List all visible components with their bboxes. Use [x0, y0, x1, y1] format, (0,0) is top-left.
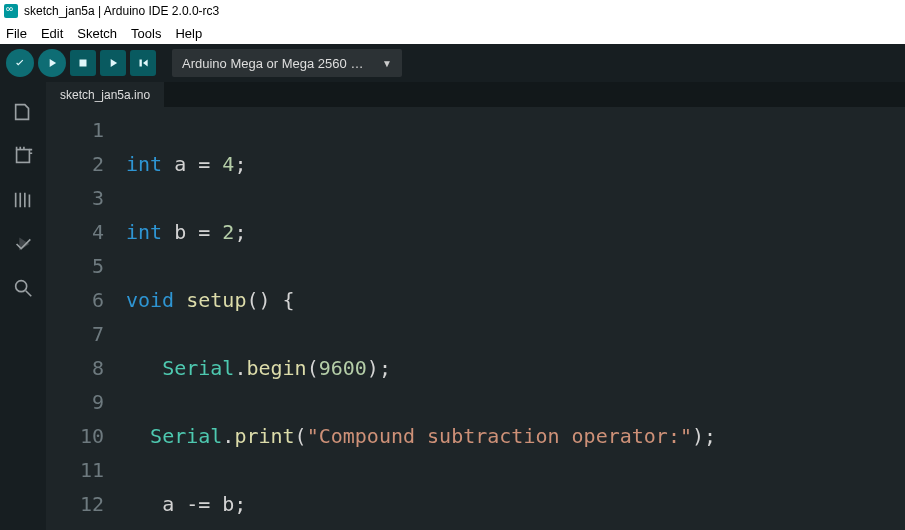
chevron-down-icon: ▼: [382, 58, 392, 69]
line-number: 4: [46, 215, 104, 249]
code-line: Serial.print("Compound subtraction opera…: [126, 419, 905, 453]
code-line: a -= b;: [126, 487, 905, 521]
debug-start-button[interactable]: [70, 50, 96, 76]
menu-tools[interactable]: Tools: [131, 26, 161, 41]
menu-file[interactable]: File: [6, 26, 27, 41]
svg-point-2: [16, 281, 27, 292]
code-line: void setup() {: [126, 283, 905, 317]
editor-tabs: sketch_jan5a.ino: [46, 82, 905, 107]
debug-step-button[interactable]: [130, 50, 156, 76]
board-selector[interactable]: Arduino Mega or Mega 2560 … ▼: [172, 49, 402, 77]
main-area: sketch_jan5a.ino 1 2 3 4 5 6 7 8 9 10 11…: [0, 82, 905, 530]
line-number: 9: [46, 385, 104, 419]
window-titlebar: sketch_jan5a | Arduino IDE 2.0.0-rc3: [0, 0, 905, 22]
line-number: 11: [46, 453, 104, 487]
code-editor[interactable]: 1 2 3 4 5 6 7 8 9 10 11 12 int a = 4; in…: [46, 107, 905, 530]
svg-rect-1: [17, 150, 30, 163]
svg-rect-0: [80, 60, 87, 67]
line-number: 2: [46, 147, 104, 181]
activity-bar: [0, 82, 46, 530]
line-number: 6: [46, 283, 104, 317]
menu-edit[interactable]: Edit: [41, 26, 63, 41]
code-line: int a = 4;: [126, 147, 905, 181]
board-selected-label: Arduino Mega or Mega 2560 …: [182, 56, 363, 71]
debug-icon[interactable]: [0, 222, 46, 266]
verify-button[interactable]: [6, 49, 34, 77]
editor-area: sketch_jan5a.ino 1 2 3 4 5 6 7 8 9 10 11…: [46, 82, 905, 530]
code-line: Serial.begin(9600);: [126, 351, 905, 385]
upload-button[interactable]: [38, 49, 66, 77]
menu-sketch[interactable]: Sketch: [77, 26, 117, 41]
debug-button[interactable]: [100, 50, 126, 76]
line-number: 3: [46, 181, 104, 215]
library-manager-icon[interactable]: [0, 178, 46, 222]
line-number: 12: [46, 487, 104, 521]
search-icon[interactable]: [0, 266, 46, 310]
app-icon: [4, 4, 18, 18]
line-number: 10: [46, 419, 104, 453]
explorer-icon[interactable]: [0, 90, 46, 134]
window-title: sketch_jan5a | Arduino IDE 2.0.0-rc3: [24, 4, 219, 18]
line-number: 8: [46, 351, 104, 385]
line-number-gutter: 1 2 3 4 5 6 7 8 9 10 11 12: [46, 113, 126, 530]
line-number: 7: [46, 317, 104, 351]
line-number: 5: [46, 249, 104, 283]
menu-bar: File Edit Sketch Tools Help: [0, 22, 905, 44]
board-manager-icon[interactable]: [0, 134, 46, 178]
menu-help[interactable]: Help: [175, 26, 202, 41]
line-number: 1: [46, 113, 104, 147]
code-content[interactable]: int a = 4; int b = 2; void setup() { Ser…: [126, 113, 905, 530]
toolbar: Arduino Mega or Mega 2560 … ▼: [0, 44, 905, 82]
code-line: int b = 2;: [126, 215, 905, 249]
tab-active[interactable]: sketch_jan5a.ino: [46, 82, 164, 107]
